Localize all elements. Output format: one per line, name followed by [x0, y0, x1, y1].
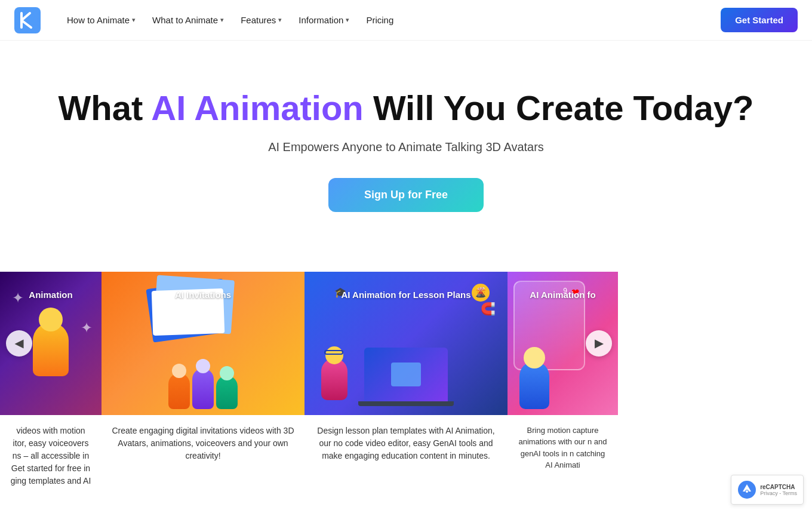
signup-button[interactable]: Sign Up for Free	[328, 178, 484, 212]
card-invitations: AI Invitations Create engaging digital i…	[102, 272, 304, 499]
card-lesson-plans: 🌋 🧲 🎓 AI Animation for Lesson Plans Desi…	[304, 272, 508, 499]
hero-subtitle: AI Empowers Anyone to Animate Talking 3D…	[12, 140, 800, 154]
card-4-label: AI Animation fo	[530, 290, 595, 300]
card-2-label: AI Invitations	[175, 290, 231, 300]
cards-section: ◀ ✦ ✦ Animation videos with motion itor,…	[0, 248, 812, 499]
card-1-desc: videos with motion itor, easy voiceovers…	[0, 415, 102, 499]
nav-cta-area: Get Started	[721, 8, 798, 32]
cards-row: ◀ ✦ ✦ Animation videos with motion itor,…	[0, 272, 812, 499]
get-started-button[interactable]: Get Started	[721, 8, 798, 32]
card-1-label: Animation	[29, 290, 72, 300]
hero-section: What AI Animation Will You Create Today?…	[0, 41, 812, 248]
nav-item-how-to-animate[interactable]: How to Animate ▾	[60, 10, 143, 30]
next-card-button[interactable]: ▶	[586, 330, 612, 357]
navbar: How to Animate ▾ What to Animate ▾ Featu…	[0, 0, 812, 41]
card-2-desc: Create engaging digital invitations vide…	[102, 415, 304, 474]
hero-title: What AI Animation Will You Create Today?	[12, 88, 800, 128]
nav-item-pricing[interactable]: Pricing	[359, 10, 401, 30]
chevron-down-icon: ▾	[278, 16, 282, 24]
recaptcha-icon	[737, 480, 756, 499]
prev-card-button[interactable]: ◀	[6, 330, 32, 357]
card-3-desc: Design lesson plan templates with AI Ani…	[304, 415, 508, 474]
card-animation: ◀ ✦ ✦ Animation videos with motion itor,…	[0, 272, 102, 499]
svg-rect-0	[14, 7, 41, 33]
card-motion-capture: ▶ ❤ 9 AI Animation fo Bring motion captu…	[508, 272, 618, 499]
chevron-down-icon: ▾	[220, 16, 224, 24]
svg-point-3	[746, 490, 748, 493]
chevron-down-icon: ▾	[346, 16, 349, 24]
nav-item-features[interactable]: Features ▾	[233, 10, 289, 30]
chevron-down-icon: ▾	[132, 16, 136, 24]
card-4-desc: Bring motion capture animations with our…	[508, 415, 618, 483]
card-3-label: AI Animation for Lesson Plans	[342, 290, 471, 300]
nav-item-what-to-animate[interactable]: What to Animate ▾	[145, 10, 231, 30]
recaptcha-badge: reCAPTCHA Privacy - Terms	[731, 475, 804, 499]
nav-links: How to Animate ▾ What to Animate ▾ Featu…	[60, 10, 721, 30]
nav-item-information[interactable]: Information ▾	[291, 10, 356, 30]
logo[interactable]	[14, 7, 41, 33]
